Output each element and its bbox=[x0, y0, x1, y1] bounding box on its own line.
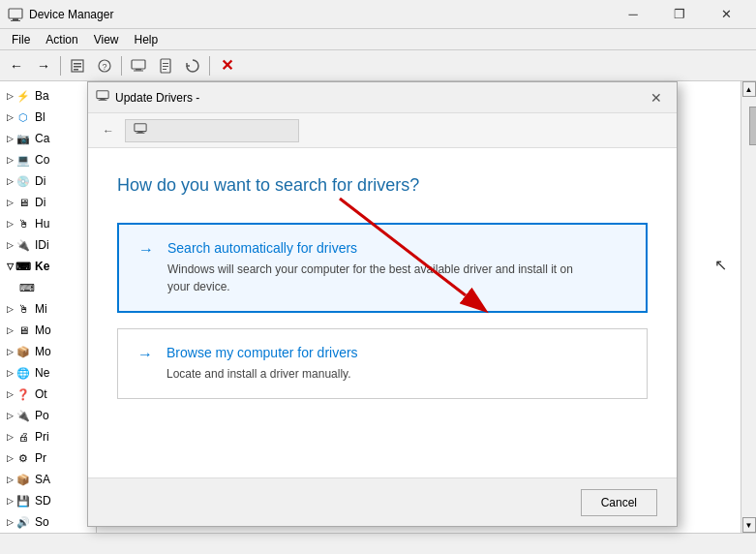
toolbar-update[interactable] bbox=[180, 53, 205, 78]
svg-rect-16 bbox=[97, 91, 108, 99]
browse-computer-option[interactable]: → Browse my computer for drivers Locate … bbox=[117, 328, 648, 399]
breadcrumb-back-button[interactable]: ← bbox=[98, 120, 119, 141]
toolbar-page[interactable] bbox=[153, 53, 178, 78]
expand-icon: ▷ bbox=[4, 154, 15, 166]
toolbar-back[interactable]: ← bbox=[4, 53, 29, 78]
option1-arrow: → bbox=[138, 241, 154, 259]
svg-rect-10 bbox=[136, 69, 141, 71]
expand-icon: ▷ bbox=[4, 133, 15, 144]
tree-item-print[interactable]: ▷ 🖨 Pri bbox=[0, 426, 96, 447]
dialog-content: How do you want to search for drivers? →… bbox=[88, 148, 677, 434]
device-tree: ▷ ⚡ Ba ▷ ⬡ Bl ▷ 📷 Ca ▷ 💻 Co ▷ 💿 Di ▷ 🖥 D… bbox=[0, 81, 97, 533]
svg-rect-5 bbox=[74, 66, 81, 68]
tree-item-keyboard[interactable]: ▽ ⌨ Ke bbox=[0, 256, 96, 277]
expand-icon: ▷ bbox=[4, 495, 15, 507]
tree-item-sd[interactable]: ▷ 💾 SD bbox=[0, 490, 96, 511]
restore-button[interactable]: ❐ bbox=[657, 0, 702, 29]
option1-content: Search automatically for drivers Windows… bbox=[167, 240, 573, 295]
dialog-close-button[interactable]: ✕ bbox=[644, 85, 669, 110]
window-title: Device Manager bbox=[29, 8, 611, 21]
tree-item-sa[interactable]: ▷ 📦 SA bbox=[0, 469, 96, 490]
svg-rect-13 bbox=[163, 63, 168, 64]
close-button[interactable]: ✕ bbox=[704, 0, 748, 29]
svg-text:?: ? bbox=[102, 62, 106, 72]
toolbar-remove[interactable]: ✕ bbox=[214, 53, 239, 78]
expand-icon: ▽ bbox=[4, 261, 15, 272]
toolbar-monitor[interactable] bbox=[126, 53, 151, 78]
svg-rect-11 bbox=[134, 70, 143, 71]
toolbar-forward[interactable]: → bbox=[31, 53, 56, 78]
dialog-monitor-icon bbox=[96, 89, 109, 106]
tree-item-ide[interactable]: ▷ 🔌 IDi bbox=[0, 234, 96, 256]
dialog-footer: Cancel bbox=[88, 477, 677, 526]
svg-rect-4 bbox=[74, 63, 81, 65]
tree-item-disk1[interactable]: ▷ 💿 Di bbox=[0, 170, 96, 192]
breadcrumb-monitor-icon bbox=[134, 122, 147, 138]
expand-icon: ▷ bbox=[4, 388, 15, 400]
status-bar bbox=[0, 533, 756, 554]
menu-help[interactable]: Help bbox=[127, 31, 166, 48]
scroll-down-button[interactable]: ▼ bbox=[742, 517, 756, 533]
expand-icon: ▷ bbox=[4, 452, 15, 464]
svg-rect-14 bbox=[163, 66, 168, 67]
svg-rect-18 bbox=[99, 100, 107, 101]
tree-item-monitors[interactable]: ▷ 🖥 Mo bbox=[0, 320, 96, 341]
toolbar-help[interactable]: ? bbox=[92, 53, 117, 78]
toolbar-sep-3 bbox=[209, 56, 210, 76]
dialog-title-bar: Update Drivers - ✕ bbox=[88, 82, 677, 113]
svg-rect-17 bbox=[100, 99, 105, 100]
scrollbar-vertical[interactable]: ▲ ▼ bbox=[741, 81, 756, 533]
dialog-breadcrumb-bar: ← bbox=[88, 113, 677, 148]
tree-item-ports[interactable]: ▷ 🔌 Po bbox=[0, 405, 96, 426]
minimize-button[interactable]: ─ bbox=[611, 0, 655, 29]
scroll-up-button[interactable]: ▲ bbox=[742, 81, 756, 97]
expand-icon: ▷ bbox=[4, 367, 15, 379]
update-drivers-dialog: Update Drivers - ✕ ← How do you want to … bbox=[87, 81, 678, 527]
tree-item-other[interactable]: ▷ ❓ Ot bbox=[0, 384, 96, 405]
option2-content: Browse my computer for drivers Locate an… bbox=[166, 345, 358, 383]
option2-title: Browse my computer for drivers bbox=[166, 345, 358, 360]
toolbar-sep-1 bbox=[60, 56, 61, 76]
dialog-title: Update Drivers - bbox=[115, 91, 644, 105]
menu-file[interactable]: File bbox=[4, 31, 38, 48]
svg-rect-1 bbox=[13, 18, 18, 20]
tree-item-bluetooth[interactable]: ▷ ⬡ Bl bbox=[0, 107, 96, 128]
tree-item-hid[interactable]: ▷ 🖱 Hu bbox=[0, 213, 96, 234]
menu-action[interactable]: Action bbox=[38, 31, 85, 48]
expand-icon: ▷ bbox=[4, 303, 15, 315]
toolbar-sep-2 bbox=[121, 56, 122, 76]
option1-description: Windows will search your computer for th… bbox=[167, 261, 573, 295]
toolbar: ← → ? bbox=[0, 50, 756, 81]
menu-bar: File Action View Help bbox=[0, 29, 756, 50]
tree-item-sound[interactable]: ▷ 🔊 So bbox=[0, 511, 96, 533]
cancel-button[interactable]: Cancel bbox=[581, 489, 657, 516]
expand-icon: ▷ bbox=[4, 218, 15, 230]
tree-item-network[interactable]: ▷ 🌐 Ne bbox=[0, 362, 96, 384]
main-area: ▷ ⚡ Ba ▷ ⬡ Bl ▷ 📷 Ca ▷ 💻 Co ▷ 💿 Di ▷ 🖥 D… bbox=[0, 81, 756, 533]
tree-item-keyboard-sub[interactable]: ⌨ bbox=[0, 277, 96, 298]
tree-item-processors[interactable]: ▷ ⚙ Pr bbox=[0, 447, 96, 469]
expand-icon: ▷ bbox=[4, 474, 15, 485]
option2-description: Locate and install a driver manually. bbox=[166, 365, 358, 383]
svg-rect-21 bbox=[136, 133, 145, 134]
dialog-question: How do you want to search for drivers? bbox=[117, 175, 648, 196]
expand-icon: ▷ bbox=[4, 90, 15, 102]
app-icon bbox=[8, 7, 23, 22]
expand-icon: ▷ bbox=[4, 111, 15, 123]
svg-rect-0 bbox=[9, 9, 22, 18]
tree-item-mice[interactable]: ▷ 🖱 Mi bbox=[0, 298, 96, 320]
tree-item-batteries[interactable]: ▷ ⚡ Ba bbox=[0, 85, 96, 107]
search-automatically-option[interactable]: → Search automatically for drivers Windo… bbox=[117, 223, 648, 313]
window-controls: ─ ❐ ✕ bbox=[611, 0, 748, 29]
breadcrumb-path bbox=[125, 119, 299, 142]
tree-item-cameras[interactable]: ▷ 📷 Ca bbox=[0, 128, 96, 149]
tree-item-motion[interactable]: ▷ 📦 Mo bbox=[0, 341, 96, 362]
toolbar-properties[interactable] bbox=[65, 53, 90, 78]
tree-item-computer[interactable]: ▷ 💻 Co bbox=[0, 149, 96, 170]
menu-view[interactable]: View bbox=[86, 31, 127, 48]
tree-item-disk2[interactable]: ▷ 🖥 Di bbox=[0, 192, 96, 213]
expand-icon: ▷ bbox=[4, 346, 15, 357]
option1-title: Search automatically for drivers bbox=[167, 240, 573, 256]
scroll-thumb[interactable] bbox=[749, 107, 757, 145]
svg-rect-6 bbox=[74, 69, 78, 71]
